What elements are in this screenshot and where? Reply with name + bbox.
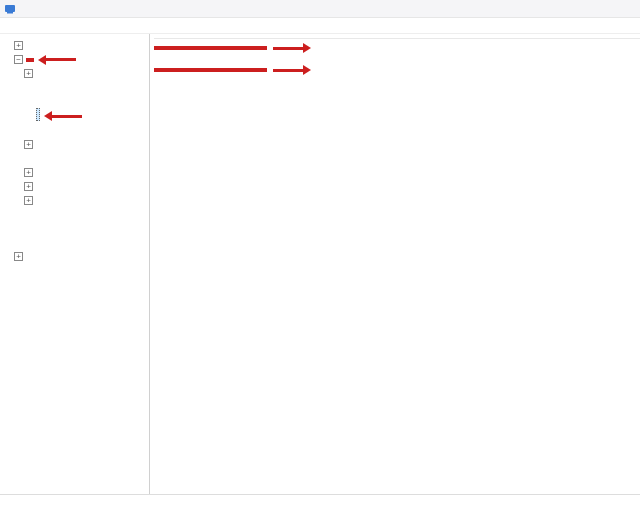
annotation-arrow: [273, 41, 311, 55]
expand-icon[interactable]: +: [24, 196, 33, 205]
tree-network[interactable]: +: [4, 165, 149, 179]
tree-cdrom[interactable]: [4, 80, 149, 94]
column-headers[interactable]: [154, 36, 640, 39]
content-area: + − + + + + + +: [0, 34, 640, 494]
app-icon: [4, 3, 16, 15]
tree-infrared[interactable]: [4, 123, 149, 137]
tree-ports[interactable]: +: [4, 179, 149, 193]
svg-rect-0: [5, 5, 15, 12]
menubar: [0, 18, 640, 34]
collapse-icon[interactable]: −: [14, 55, 23, 64]
tree-input[interactable]: +: [4, 137, 149, 151]
tree-components[interactable]: −: [4, 52, 149, 66]
tree-software-environment[interactable]: +: [4, 249, 149, 263]
annotation-arrow: [273, 63, 311, 77]
tree-modem[interactable]: [4, 151, 149, 165]
tree-sound-device[interactable]: [4, 94, 149, 108]
titlebar: [0, 0, 640, 18]
expand-icon[interactable]: +: [24, 168, 33, 177]
tree-printing[interactable]: [4, 207, 149, 221]
row-gpu0-name[interactable]: [154, 41, 640, 55]
expand-icon[interactable]: +: [24, 182, 33, 191]
statusbar: [0, 494, 640, 512]
details-pane[interactable]: [150, 34, 640, 494]
expand-icon[interactable]: +: [14, 41, 23, 50]
row-gpu1-name[interactable]: [154, 63, 640, 77]
expand-icon[interactable]: +: [14, 252, 23, 261]
tree-multimedia[interactable]: +: [4, 66, 149, 80]
tree-usb[interactable]: [4, 235, 149, 249]
annotation-arrow: [38, 52, 76, 66]
tree-storage[interactable]: +: [4, 193, 149, 207]
tree-hardware-resources[interactable]: +: [4, 38, 149, 52]
expand-icon[interactable]: +: [24, 140, 33, 149]
tree-display[interactable]: [4, 108, 149, 122]
annotation-arrow: [44, 109, 82, 123]
nav-tree[interactable]: + − + + + + + +: [0, 34, 150, 494]
tree-problem-devices[interactable]: [4, 221, 149, 235]
expand-icon[interactable]: +: [24, 69, 33, 78]
svg-rect-1: [7, 12, 13, 14]
